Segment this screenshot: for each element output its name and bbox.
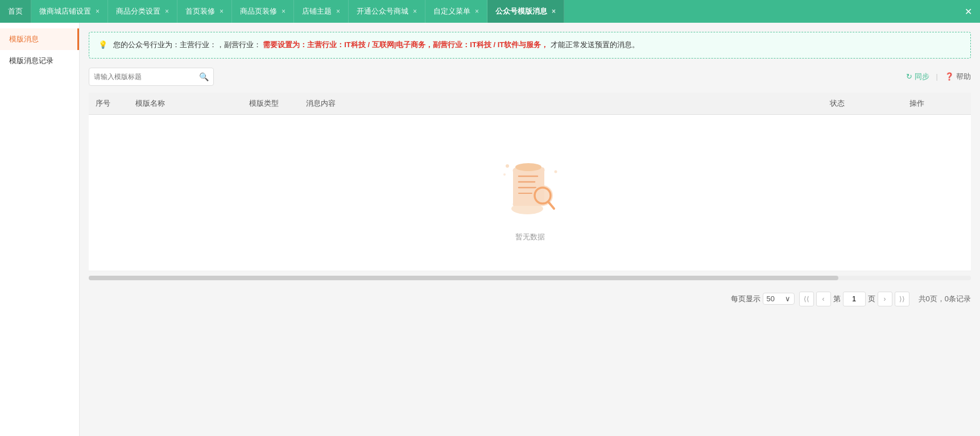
pipe-divider: | <box>936 72 938 81</box>
tab-open-mall[interactable]: 开通公众号商城 × <box>349 0 425 23</box>
tab-home[interactable]: 首页 <box>0 0 31 23</box>
page-size-label: 每页显示 <box>731 294 760 304</box>
col-header-type: 模版类型 <box>242 93 299 115</box>
horizontal-scrollbar[interactable] <box>89 276 971 280</box>
page-size-dropdown[interactable]: 50 ∨ <box>763 293 795 305</box>
tab-template-msg-label: 公众号模版消息 <box>495 6 547 16</box>
page-number-input[interactable] <box>843 292 866 306</box>
first-page-button[interactable]: ⟨⟨ <box>799 292 814 306</box>
sync-button[interactable]: ↻ 同步 <box>906 72 929 82</box>
tab-home-decor-label: 首页装修 <box>185 6 215 16</box>
empty-illustration <box>496 155 564 223</box>
scrollbar-thumb[interactable] <box>89 276 838 280</box>
tab-product-decor-label: 商品页装修 <box>240 6 277 16</box>
prev-page-button[interactable]: ‹ <box>816 292 831 306</box>
page-input-wrap: 第 页 <box>833 292 875 306</box>
close-tab-home-decor[interactable]: × <box>220 8 224 15</box>
close-tab-open-mall[interactable]: × <box>413 8 417 15</box>
data-table: 序号 模版名称 模版类型 消息内容 状态 操作 <box>89 93 971 271</box>
tab-shop-theme-label: 店铺主题 <box>302 6 332 16</box>
svg-point-1 <box>515 163 541 171</box>
svg-line-8 <box>548 202 554 209</box>
page-size-select: 每页显示 50 ∨ <box>731 293 795 305</box>
close-tab-product-category[interactable]: × <box>165 8 169 15</box>
notice-suffix: 才能正常发送预置的消息。 <box>551 40 639 49</box>
close-all-tabs-button[interactable]: ✕ <box>957 0 980 23</box>
search-input-wrap[interactable]: 🔍 <box>89 68 214 86</box>
chevron-down-icon: ∨ <box>785 294 791 303</box>
svg-point-10 <box>503 173 506 176</box>
tab-home-decor[interactable]: 首页装修 × <box>177 0 232 23</box>
page-unit-label: 页 <box>868 294 875 304</box>
notice-prefix: 您的公众号行业为：主营行业：，副营行业： <box>113 40 261 49</box>
close-tab-template-msg[interactable]: × <box>552 8 556 15</box>
search-input[interactable] <box>94 73 199 81</box>
main-layout: 模版消息 模版消息记录 💡 您的公众号行业为：主营行业：，副营行业： 需要设置为… <box>0 23 980 436</box>
tab-open-mall-label: 开通公众号商城 <box>357 6 408 16</box>
pagination-bar: 每页显示 50 ∨ ⟨⟨ ‹ 第 页 › ⟩⟩ 共0页，0条记录 <box>89 285 971 306</box>
sidebar: 模版消息 模版消息记录 <box>0 23 80 436</box>
tab-product-category[interactable]: 商品分类设置 × <box>108 0 177 23</box>
sync-icon: ↻ <box>906 72 912 81</box>
total-info: 共0页，0条记录 <box>919 294 971 304</box>
tab-shop-theme[interactable]: 店铺主题 × <box>294 0 349 23</box>
col-header-action: 操作 <box>903 93 971 115</box>
empty-state: 暂无数据 <box>96 121 964 265</box>
content-area: 💡 您的公众号行业为：主营行业：，副营行业： 需要设置为：主营行业：IT科技 /… <box>80 23 980 436</box>
last-page-button[interactable]: ⟩⟩ <box>895 292 909 306</box>
tab-template-msg[interactable]: 公众号模版消息 × <box>487 0 564 23</box>
search-bar: 🔍 ↻ 同步 | ❓ 帮助 <box>89 68 971 86</box>
sidebar-item-template-msg[interactable]: 模版消息 <box>0 28 79 50</box>
col-header-content: 消息内容 <box>299 93 823 115</box>
svg-point-11 <box>554 170 557 173</box>
tab-product-category-label: 商品分类设置 <box>116 6 160 16</box>
notice-icon: 💡 <box>98 40 107 49</box>
notice-highlight: 需要设置为：主营行业：IT科技 / 互联网|电子商务，副营行业：IT科技 / I… <box>263 40 548 49</box>
tab-shop-settings-label: 微商城店铺设置 <box>39 6 91 16</box>
close-tab-product-decor[interactable]: × <box>282 8 286 15</box>
help-button[interactable]: ❓ 帮助 <box>945 72 971 82</box>
empty-text: 暂无数据 <box>96 232 964 242</box>
help-icon: ❓ <box>945 72 954 81</box>
close-tab-shop-settings[interactable]: × <box>96 8 100 15</box>
sidebar-item-template-record[interactable]: 模版消息记录 <box>0 50 79 72</box>
top-navigation: 首页 微商城店铺设置 × 商品分类设置 × 首页装修 × 商品页装修 × 店铺主… <box>0 0 980 23</box>
tab-custom-menu[interactable]: 自定义菜单 × <box>425 0 487 23</box>
next-page-button[interactable]: › <box>878 292 892 306</box>
col-header-status: 状态 <box>823 93 903 115</box>
table-header-row: 序号 模版名称 模版类型 消息内容 状态 操作 <box>89 93 971 115</box>
close-tab-shop-theme[interactable]: × <box>336 8 340 15</box>
notice-box: 💡 您的公众号行业为：主营行业：，副营行业： 需要设置为：主营行业：IT科技 /… <box>89 32 971 59</box>
empty-state-cell: 暂无数据 <box>89 114 971 271</box>
tab-product-decor[interactable]: 商品页装修 × <box>232 0 294 23</box>
col-header-name: 模版名称 <box>129 93 242 115</box>
search-actions: ↻ 同步 | ❓ 帮助 <box>906 72 971 82</box>
search-icon[interactable]: 🔍 <box>199 72 209 81</box>
page-size-value: 50 <box>767 294 775 303</box>
col-header-seq: 序号 <box>89 93 129 115</box>
page-di-label: 第 <box>833 294 841 304</box>
page-navigation: ⟨⟨ ‹ 第 页 › ⟩⟩ <box>799 292 909 306</box>
tab-home-label: 首页 <box>8 6 23 16</box>
tab-custom-menu-label: 自定义菜单 <box>433 6 470 16</box>
close-tab-custom-menu[interactable]: × <box>475 8 479 15</box>
svg-point-9 <box>506 164 509 168</box>
help-label: 帮助 <box>956 72 971 82</box>
tab-shop-settings[interactable]: 微商城店铺设置 × <box>31 0 108 23</box>
sync-label: 同步 <box>915 72 929 82</box>
